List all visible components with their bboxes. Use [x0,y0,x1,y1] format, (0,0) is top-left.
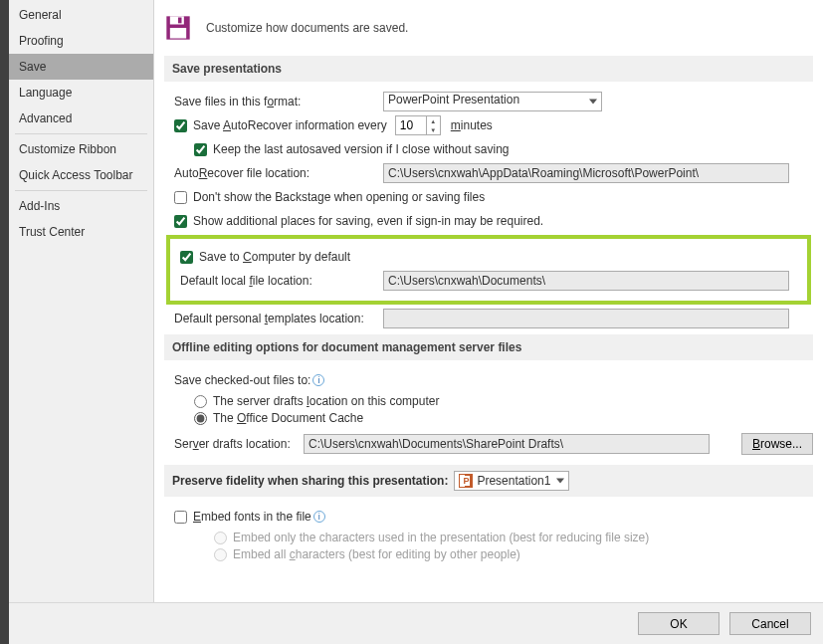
chk-show-additional-places[interactable] [174,215,187,228]
sidebar-item-save[interactable]: Save [9,54,153,80]
cancel-button[interactable]: Cancel [729,612,811,635]
preserve-presentation-select-wrap: P Presentation1 [454,471,569,491]
svg-rect-1 [170,16,184,24]
radio-server-drafts: The server drafts location on this compu… [194,394,813,408]
sidebar-item-proofing[interactable]: Proofing [9,28,153,54]
sidebar-item-advanced[interactable]: Advanced [9,106,153,131]
row-save-format: Save files in this format: PowerPoint Pr… [174,92,813,111]
sidebar-divider [15,190,147,191]
default-local-loc-input[interactable] [383,271,789,291]
row-show-additional-places: Show additional places for saving, even … [174,211,813,231]
chk-autorecover[interactable] [174,119,187,132]
chk-dont-show-backstage[interactable] [174,191,187,204]
server-drafts-loc-input[interactable] [304,434,710,454]
save-format-select-wrap: PowerPoint Presentation [383,92,602,111]
row-server-drafts-loc: Server drafts location: Browse... [174,433,813,455]
chk-keep-last-autosaved[interactable] [194,143,207,156]
sidebar-item-language[interactable]: Language [9,80,153,106]
spinner-buttons: ▲ ▼ [426,116,440,134]
radio-office-cache-input[interactable] [194,412,207,425]
autorecover-label-post: minutes [451,118,493,132]
save-checked-out-label: Save checked-out files to: [174,373,310,387]
row-embed-fonts: Embed fonts in the file i [174,507,813,527]
server-drafts-loc-label: Server drafts location: [174,437,304,451]
show-additional-places-label: Show additional places for saving, even … [193,214,543,228]
radio-embed-used: Embed only the characters used in the pr… [214,531,813,544]
sidebar: General Proofing Save Language Advanced … [9,0,154,602]
preserve-presentation-name: Presentation1 [477,474,550,488]
row-save-checked-out: Save checked-out files to: i [174,370,813,390]
radio-embed-all: Embed all characters (best for editing b… [214,547,813,561]
autorecover-minutes-input[interactable] [396,116,426,134]
preserve-presentation-select[interactable]: P Presentation1 [454,471,569,491]
chk-save-to-computer[interactable] [180,251,193,264]
section-offline: Offline editing options for document man… [164,334,813,360]
autorecover-minutes-spinner[interactable]: ▲ ▼ [395,115,441,135]
sidebar-divider [15,133,147,134]
row-keep-last-autosaved: Keep the last autosaved version if I clo… [194,139,813,159]
row-default-local-loc: Default local file location: [180,271,807,291]
sidebar-item-trust-center[interactable]: Trust Center [9,219,153,245]
row-default-templates-loc: Default personal templates location: [174,309,813,328]
ok-button[interactable]: OK [638,612,720,635]
sidebar-item-general[interactable]: General [9,2,153,28]
row-autorecover: Save AutoRecover information every ▲ ▼ m… [174,115,813,135]
save-format-label: Save files in this format: [174,95,383,108]
embed-fonts-label: Embed fonts in the file [193,510,311,524]
row-dont-show-backstage: Don't show the Backstage when opening or… [174,187,813,207]
radio-embed-all-label: Embed all characters (best for editing b… [233,547,520,561]
svg-rect-2 [178,18,182,24]
dialog-body: General Proofing Save Language Advanced … [9,0,823,602]
autorecover-loc-label: AutoRecover file location: [174,166,383,180]
autorecover-loc-input[interactable] [383,163,789,183]
save-icon [164,14,192,42]
sidebar-item-customize-ribbon[interactable]: Customize Ribbon [9,136,153,162]
sidebar-item-addins[interactable]: Add-Ins [9,193,153,219]
powerpoint-icon: P [459,474,473,488]
radio-office-cache-label: The Office Document Cache [213,411,363,425]
spinner-down[interactable]: ▼ [427,125,440,134]
default-local-loc-label: Default local file location: [180,274,383,288]
dialog-footer: OK Cancel [9,602,823,644]
default-templates-loc-label: Default personal templates location: [174,312,383,325]
sidebar-item-qat[interactable]: Quick Access Toolbar [9,162,153,188]
dont-show-backstage-label: Don't show the Backstage when opening or… [193,190,485,204]
autorecover-label-pre: Save AutoRecover information every [193,118,387,132]
row-save-to-computer: Save to Computer by default [180,247,807,267]
section-save-presentations: Save presentations [164,56,813,82]
content-header: Customize how documents are saved. [164,14,813,42]
radio-embed-used-label: Embed only the characters used in the pr… [233,531,649,544]
info-icon[interactable]: i [312,374,324,386]
header-text: Customize how documents are saved. [206,21,408,35]
radio-office-cache: The Office Document Cache [194,411,813,425]
browse-button[interactable]: Browse... [741,433,813,455]
chk-embed-fonts[interactable] [174,511,187,524]
radio-embed-all-input [214,548,227,561]
spinner-up[interactable]: ▲ [427,116,440,125]
save-format-select[interactable]: PowerPoint Presentation [383,92,602,111]
svg-rect-3 [170,28,186,39]
default-templates-loc-input[interactable] [383,309,789,328]
highlight-box: Save to Computer by default Default loca… [166,235,811,305]
radio-embed-used-input [214,532,227,544]
keep-last-autosaved-label: Keep the last autosaved version if I clo… [213,142,510,156]
radio-server-drafts-input[interactable] [194,395,207,408]
radio-server-drafts-label: The server drafts location on this compu… [213,394,439,408]
options-dialog: General Proofing Save Language Advanced … [9,0,823,644]
save-to-computer-label: Save to Computer by default [199,250,350,264]
preserve-fidelity-label: Preserve fidelity when sharing this pres… [172,474,448,488]
section-preserve-fidelity: Preserve fidelity when sharing this pres… [164,465,813,497]
content-pane: Customize how documents are saved. Save … [154,0,823,602]
row-autorecover-location: AutoRecover file location: [174,163,813,183]
info-icon[interactable]: i [313,511,325,523]
